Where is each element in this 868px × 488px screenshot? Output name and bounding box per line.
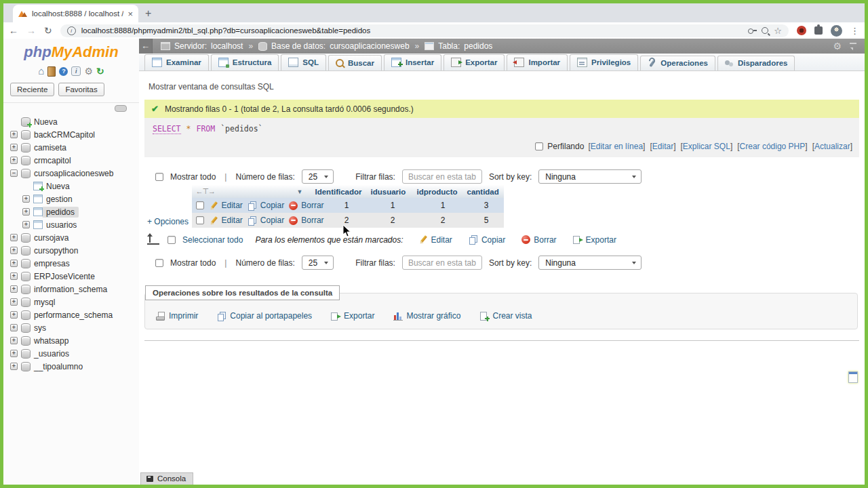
server-link[interactable]: localhost <box>211 41 243 51</box>
tree-item-label[interactable]: backCRMCapitol <box>34 130 95 140</box>
tree-item[interactable]: + usuarios <box>3 218 139 231</box>
select-all-checkbox[interactable] <box>167 236 176 244</box>
query-op-link[interactable]: Imprimir <box>156 311 198 321</box>
tree-item[interactable]: Nueva <box>3 180 139 192</box>
tree-expander-icon[interactable]: + <box>10 311 18 319</box>
num-rows-select[interactable]: 25 <box>302 256 334 270</box>
tree-item-label[interactable]: empresas <box>34 259 70 268</box>
query-op-link[interactable]: Exportar <box>331 311 374 321</box>
tree-expander-icon[interactable]: + <box>10 272 18 280</box>
tree-expander-icon[interactable]: + <box>10 298 18 306</box>
table-tab[interactable]: Estructura <box>211 54 279 70</box>
tree-expander-icon[interactable]: + <box>10 260 18 267</box>
tree-item-label[interactable]: gestion <box>46 195 73 204</box>
tree-item-label[interactable]: Nueva <box>34 117 58 127</box>
tree-expander-icon[interactable]: − <box>10 169 18 177</box>
settings-gear-icon[interactable]: ⚙ <box>833 41 842 52</box>
tree-item-label[interactable]: ERPJoseVicente <box>34 272 95 281</box>
with-selected-action[interactable]: Borrar <box>521 235 556 245</box>
options-toggle[interactable]: + Opciones <box>147 217 189 226</box>
tree-expander-icon[interactable]: + <box>10 363 18 370</box>
tree-item[interactable]: + ERPJoseVicente <box>3 270 139 283</box>
num-rows-select[interactable]: 25 <box>302 169 334 184</box>
favorites-button[interactable]: Favoritas <box>58 83 104 96</box>
query-op-link[interactable]: Copiar al portapapeles <box>217 311 312 321</box>
row-copy-link[interactable]: Copiar <box>248 201 284 210</box>
tree-item-label[interactable]: cursojava <box>34 233 68 243</box>
show-query-window-link[interactable]: Mostrar ventana de consultas SQL <box>149 82 274 92</box>
forward-button[interactable]: → <box>26 26 36 35</box>
extensions-puzzle-icon[interactable] <box>814 26 823 35</box>
page-info-icon[interactable]: i <box>67 26 76 35</box>
tree-item-label[interactable]: _usuarios <box>34 349 69 359</box>
password-key-icon[interactable] <box>748 29 756 33</box>
tree-expander-icon[interactable]: + <box>10 234 18 241</box>
nav-collapse-button[interactable]: ← <box>139 39 153 54</box>
database-link[interactable]: cursoaplicacionesweb <box>330 41 409 51</box>
recent-button[interactable]: Reciente <box>10 83 54 96</box>
tree-expander-icon[interactable]: + <box>10 144 18 151</box>
tree-expander-icon[interactable]: + <box>22 221 30 228</box>
table-tab[interactable]: Exportar <box>443 54 505 70</box>
sidebar-nav-icon[interactable]: i <box>71 66 81 76</box>
column-header[interactable]: idusuario <box>364 188 410 196</box>
tree-item-label[interactable]: cursopython <box>34 246 78 256</box>
mini-page-icon[interactable] <box>848 371 858 383</box>
sort-caret-icon[interactable]: ▼ <box>297 188 303 195</box>
tree-item[interactable]: + cursojava <box>3 231 139 244</box>
reload-button[interactable]: ↻ <box>44 26 52 35</box>
tree-item[interactable]: + camiseta <box>3 141 139 154</box>
tree-item[interactable]: + pedidos <box>3 205 139 218</box>
filter-input[interactable] <box>402 169 482 184</box>
select-all-link[interactable]: Seleccionar todo <box>182 235 243 245</box>
tab-close-icon[interactable]: × <box>127 9 133 19</box>
tree-expander-icon[interactable]: + <box>10 324 18 331</box>
tree-item[interactable]: + _usuarios <box>3 347 139 360</box>
query-action-link[interactable]: Explicar SQL <box>683 142 730 151</box>
column-direction-icon[interactable]: ←⊤→ <box>196 187 216 196</box>
profile-avatar[interactable] <box>831 25 842 37</box>
tree-item[interactable]: + whatsapp <box>3 334 139 347</box>
tree-item[interactable]: + gestion <box>3 192 139 205</box>
tree-item[interactable]: + empresas <box>3 257 139 270</box>
table-tab[interactable]: Operaciones <box>640 56 715 70</box>
with-selected-action[interactable]: Editar <box>418 235 452 245</box>
tree-item[interactable]: + sys <box>3 321 139 334</box>
tree-item-label[interactable]: usuarios <box>46 220 77 230</box>
column-header[interactable]: cantidad <box>460 188 504 196</box>
table-tab[interactable]: Examinar <box>144 54 209 70</box>
table-tab[interactable]: Insertar <box>384 54 441 70</box>
panel-collapse-handle[interactable] <box>115 105 127 112</box>
profiling-checkbox[interactable] <box>535 142 543 150</box>
filter-input[interactable] <box>402 256 482 270</box>
sidebar-nav-icon[interactable]: ↻ <box>96 66 104 76</box>
zoom-icon[interactable] <box>762 27 768 34</box>
show-all-checkbox[interactable] <box>155 259 163 267</box>
sidebar-nav-icon[interactable]: ⌂ <box>38 66 44 76</box>
row-edit-link[interactable]: Editar <box>209 216 243 225</box>
table-tab[interactable]: Buscar <box>328 55 382 70</box>
browser-menu-icon[interactable]: ⋮ <box>850 26 859 36</box>
table-link[interactable]: pedidos <box>464 41 492 51</box>
tree-item[interactable]: + information_schema <box>3 283 139 296</box>
query-action-link[interactable]: Crear código PHP <box>740 142 806 151</box>
tree-expander-icon[interactable]: + <box>10 285 18 293</box>
with-selected-action[interactable]: Copiar <box>469 235 505 245</box>
tree-item-label[interactable]: mysql <box>34 298 55 307</box>
url-bar[interactable]: i localhost:8888/phpmyadmin2/tbl_sql.php… <box>60 24 789 37</box>
tree-item-label[interactable]: __tipoalumno <box>34 362 83 371</box>
query-op-link[interactable]: Crear vista <box>479 311 532 321</box>
tree-expander-icon[interactable]: + <box>10 131 18 138</box>
with-selected-action[interactable]: Exportar <box>573 235 616 245</box>
table-tab[interactable]: SQL <box>281 54 326 70</box>
tree-item-label[interactable]: sys <box>34 323 46 333</box>
tree-item[interactable]: + crmcapitol <box>3 154 139 167</box>
expand-icon[interactable] <box>850 43 856 50</box>
url-text[interactable]: localhost:8888/phpmyadmin2/tbl_sql.php?d… <box>81 26 743 35</box>
tree-item[interactable]: + __tipoalumno <box>3 360 139 373</box>
tree-item[interactable]: + mysql <box>3 296 139 308</box>
row-checkbox[interactable] <box>196 201 204 209</box>
tree-expander-icon[interactable]: + <box>10 247 18 254</box>
tree-item[interactable]: + cursopython <box>3 244 139 257</box>
tree-item-label[interactable]: performance_schema <box>34 310 113 320</box>
